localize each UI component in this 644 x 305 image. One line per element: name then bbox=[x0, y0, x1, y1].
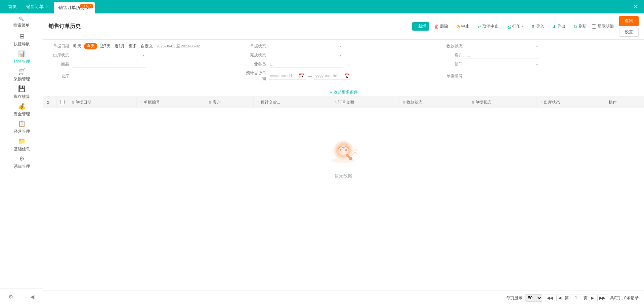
complete-status-select[interactable]: ▾ bbox=[269, 54, 343, 56]
svg-point-7 bbox=[345, 149, 347, 151]
product-select[interactable]: ... bbox=[72, 61, 146, 68]
sidebar-item-inventory[interactable]: 💾 库存核算 bbox=[0, 83, 43, 101]
sidebar-item-quick-nav[interactable]: ⊞ 快捷导航 bbox=[0, 31, 43, 48]
col-bill-status[interactable]: ⇅ 单据状态 bbox=[468, 97, 536, 108]
date-range-display: 2023-06-02 至 2023-06-02 bbox=[156, 44, 200, 49]
query-button[interactable]: 查询 bbox=[619, 16, 639, 26]
filter-row-2: 出库状态 ▾ 完成状态 ▾ 客户 ... bbox=[48, 52, 639, 59]
col-est-delivery[interactable]: ⇅ 预计交货... bbox=[253, 97, 331, 108]
empty-icon bbox=[327, 135, 360, 169]
calendar-start-icon[interactable]: 📅 bbox=[299, 73, 304, 79]
col-bill-number[interactable]: ⇅ 单据编号 bbox=[136, 97, 205, 108]
col-settings[interactable]: ⚙ bbox=[43, 97, 56, 108]
empty-text: 暂无数据 bbox=[335, 173, 352, 179]
col-order-amount[interactable]: ⇅ 订单金额 bbox=[331, 97, 399, 108]
col-bill-date[interactable]: ⇅ 单据日期 bbox=[68, 97, 136, 108]
date-quick-btns: 昨天 今天 近7天 近1月 更多 自定义 bbox=[72, 43, 154, 49]
select-all-checkbox[interactable] bbox=[60, 100, 65, 104]
bill-status-select[interactable]: ▾ bbox=[269, 45, 343, 47]
first-page-button[interactable]: ◀◀ bbox=[545, 295, 555, 301]
department-select[interactable]: ▾ bbox=[465, 64, 539, 65]
outbound-status-select[interactable]: ▾ bbox=[72, 54, 146, 56]
tab-home[interactable]: 首页 bbox=[3, 0, 22, 13]
import-button-label: 导入 bbox=[536, 24, 544, 29]
settings-button[interactable]: 设置 bbox=[619, 28, 639, 37]
table-body: 暂无数据 bbox=[43, 108, 644, 206]
col-bill-number-label: 单据编号 bbox=[144, 100, 160, 105]
display-toggle[interactable]: 显示明细 bbox=[592, 24, 614, 29]
tab-sales-order-history[interactable]: 销售订单历史 ✕ OfTEn bbox=[54, 2, 95, 13]
bill-number-label: 单据编号 bbox=[442, 73, 465, 79]
customer-select[interactable]: ... bbox=[465, 52, 539, 59]
sidebar-item-purchase-mgmt[interactable]: 🛒 采购管理 bbox=[0, 66, 43, 83]
date-btn-1month[interactable]: 近1月 bbox=[113, 43, 126, 49]
col-customer[interactable]: ⇅ 客户 bbox=[205, 97, 253, 108]
top-bar: 首页 销售订单 ✕ 销售订单历史 ✕ OfTEn ✕ bbox=[0, 0, 644, 13]
receipt-status-select[interactable]: ▾ bbox=[465, 45, 539, 47]
sidebar-item-system[interactable]: ⚙ 系统管理 bbox=[0, 153, 43, 171]
sidebar-settings-icon[interactable]: ⚙ bbox=[8, 294, 13, 300]
page-number-input[interactable] bbox=[570, 295, 582, 301]
total-records-label: 共0页，0条记录 bbox=[610, 295, 639, 301]
customer-label: 客户 bbox=[442, 52, 465, 58]
page-size-select[interactable]: 50 10 20 100 bbox=[525, 294, 542, 302]
delete-button[interactable]: 🗑 删除 bbox=[432, 22, 451, 31]
sidebar-item-operation[interactable]: 📋 经营管理 bbox=[0, 118, 43, 136]
delivery-start-input[interactable]: yyyy-mm-dd 📅 bbox=[269, 73, 306, 80]
date-btn-today[interactable]: 今天 bbox=[84, 43, 97, 49]
refresh-button-label: 刷新 bbox=[578, 24, 587, 29]
stop-button[interactable]: ⊘ 中止 bbox=[454, 22, 472, 31]
tab-sales-order[interactable]: 销售订单 ✕ bbox=[22, 0, 54, 13]
import-icon: ⬆ bbox=[531, 24, 535, 29]
outbound-status-label: 出库状态 bbox=[48, 52, 72, 58]
col-outbound-status[interactable]: ⇅ 出库状态 bbox=[536, 97, 605, 108]
collapse-bar[interactable]: ∧ 收起更多条件 bbox=[43, 88, 644, 97]
col-customer-label: 客户 bbox=[213, 100, 221, 105]
col-bill-status-label: 单据状态 bbox=[475, 100, 491, 105]
next-page-button[interactable]: ▶ bbox=[589, 295, 596, 301]
col-outbound-status-sort-icon: ⇅ bbox=[540, 101, 543, 104]
empty-state-row: 暂无数据 bbox=[43, 108, 644, 206]
calendar-end-icon[interactable]: 📅 bbox=[344, 73, 350, 79]
sidebar-item-capital[interactable]: 💰 资金管理 bbox=[0, 101, 43, 118]
tab-sales-order-close[interactable]: ✕ bbox=[46, 4, 49, 9]
sidebar-item-sales-mgmt[interactable]: 📊 销售管理 bbox=[0, 48, 43, 66]
refresh-button[interactable]: ↻ 刷新 bbox=[571, 22, 589, 31]
sidebar-item-basic-info[interactable]: 📁 基础信息 bbox=[0, 136, 43, 153]
cancel-stop-button[interactable]: ↩ 取消中止 bbox=[475, 22, 501, 31]
new-button[interactable]: + 新增 bbox=[412, 22, 429, 31]
col-checkbox[interactable] bbox=[56, 97, 68, 108]
delivery-end-input[interactable]: yyyy-mm-dd 📅 bbox=[314, 73, 351, 80]
prev-page-button[interactable]: ◀ bbox=[556, 295, 563, 301]
sidebar-item-operation-label: 经营管理 bbox=[14, 129, 30, 135]
bill-status-label: 单据状态 bbox=[245, 43, 269, 49]
delete-button-label: 删除 bbox=[440, 24, 448, 29]
export-button[interactable]: ⬇ 导出 bbox=[550, 22, 568, 31]
date-btn-yesterday[interactable]: 昨天 bbox=[72, 43, 83, 49]
display-toggle-checkbox[interactable] bbox=[592, 24, 596, 29]
date-btn-more[interactable]: 更多 bbox=[127, 43, 138, 49]
last-page-button[interactable]: ▶▶ bbox=[597, 295, 607, 301]
col-bill-date-sort-icon: ⇅ bbox=[72, 101, 74, 104]
sidebar-collapse-icon[interactable]: ◀ bbox=[30, 294, 34, 300]
date-range-separator: — bbox=[308, 74, 312, 79]
bill-number-input[interactable] bbox=[465, 75, 539, 77]
col-order-amount-label: 订单金额 bbox=[338, 100, 354, 105]
sidebar-item-search-menu[interactable]: 🔍 搜索菜单 bbox=[0, 13, 43, 31]
col-est-delivery-sort-icon: ⇅ bbox=[257, 101, 260, 104]
complete-status-chevron-icon: ▾ bbox=[340, 53, 341, 57]
sidebar-item-capital-label: 资金管理 bbox=[14, 111, 30, 117]
warehouse-control: ... bbox=[72, 73, 245, 79]
warehouse-select[interactable]: ... bbox=[72, 73, 146, 79]
cancel-stop-button-label: 取消中止 bbox=[482, 24, 499, 29]
pagination: 每页显示 50 10 20 100 ◀◀ ◀ 第 页 ▶ ▶▶ 共0页，0条记录 bbox=[43, 291, 644, 305]
window-close-button[interactable]: ✕ bbox=[630, 2, 641, 12]
import-button[interactable]: ⬆ 导入 bbox=[528, 22, 547, 31]
salesperson-select[interactable]: ... bbox=[269, 61, 343, 68]
date-btn-7days[interactable]: 近7天 bbox=[99, 43, 112, 49]
page-title: 销售订单历史 bbox=[48, 23, 81, 30]
print-button[interactable]: 🖨 打印 ▾ bbox=[504, 22, 526, 31]
col-receipt-status[interactable]: ⇅ 收款状态 bbox=[399, 97, 468, 108]
sidebar-item-purchase-mgmt-label: 采购管理 bbox=[14, 76, 30, 82]
date-btn-custom[interactable]: 自定义 bbox=[139, 43, 154, 49]
